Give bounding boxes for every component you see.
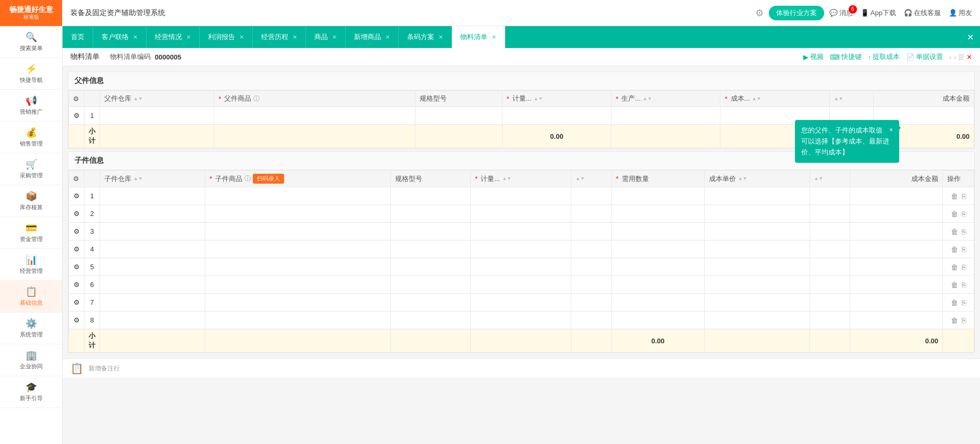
parent-prod-sort[interactable]: ▲▼ [643,97,652,100]
sidebar-item-system[interactable]: ⚙️系统管理 [0,313,62,344]
child-row8-goods[interactable] [205,311,390,329]
child-row2-cost-unit[interactable] [704,205,810,223]
tab-close-operations[interactable]: ✕ [186,34,191,41]
tooltip-close-btn[interactable]: × [889,125,893,135]
child-row4-goods[interactable] [205,241,390,258]
close-all-tabs-icon[interactable]: ✕ [961,32,980,42]
child-row6-qty[interactable] [611,276,704,294]
parent-goods-info-icon[interactable]: ⓘ [253,94,260,103]
settings-icon[interactable]: ⚙ [755,7,764,19]
child-row7-qty[interactable] [611,294,704,311]
child-row4-gear[interactable]: ⚙ [69,241,84,258]
nav-tab-profit[interactable]: 利润报告✕ [200,26,253,48]
child-row3-copy-icon[interactable]: ⎘ [962,227,966,236]
child-row5-qty[interactable] [611,258,704,276]
sidebar-item-shortcut[interactable]: ⚡快捷导航 [0,58,62,90]
scan-input-btn[interactable]: 扫码录入 [253,174,284,184]
child-row6-delete-icon[interactable]: 🗑 [951,281,958,289]
parent-unit-sort[interactable]: ▲▼ [534,97,543,100]
child-row1-delete-icon[interactable]: 🗑 [951,192,958,200]
child-row6-spec[interactable] [390,276,470,294]
child-row6-goods[interactable] [205,276,390,294]
child-row1-cost-unit[interactable] [704,187,810,205]
nav-tab-customer[interactable]: 客户联络✕ [93,26,146,48]
child-sort2-arrows[interactable]: ▲▼ [814,177,846,180]
child-goods-info-icon[interactable]: ⓘ [244,174,251,183]
sidebar-item-sales[interactable]: 💰销售管理 [0,122,62,153]
child-row2-warehouse[interactable] [100,205,205,223]
child-row5-copy-icon[interactable]: ⎘ [962,263,966,271]
child-row6-unit[interactable] [471,276,571,294]
child-row1-gear[interactable]: ⚙ [69,187,84,205]
child-row5-spec[interactable] [390,258,470,276]
child-row7-spec[interactable] [390,294,470,311]
child-row5-cost-unit[interactable] [704,258,810,276]
sidebar-item-guide[interactable]: 🎓新手引导 [0,376,62,408]
child-row2-unit[interactable] [471,205,571,223]
nav-prev-icon[interactable]: ‹ [949,53,951,61]
child-row5-goods[interactable] [205,258,390,276]
child-row6-copy-icon[interactable]: ⎘ [962,281,966,289]
nav-tab-home[interactable]: 首页 [63,26,93,48]
shortcut-btn[interactable]: ⌨ 快捷键 [830,52,862,62]
sidebar-item-corp[interactable]: 🏢企业协同 [0,344,62,376]
sidebar-item-finance[interactable]: 💳资金管理 [0,217,62,249]
extract-cost-btn[interactable]: ↑ 提取成本 [868,52,900,62]
child-row1-goods[interactable] [205,187,390,205]
video-btn[interactable]: ▶ 视频 [803,52,824,62]
single-settings-btn[interactable]: 📄 单据设置 [906,52,943,62]
child-row8-cost-unit[interactable] [704,311,810,329]
sidebar-item-marketing[interactable]: 📢营销推广 [0,90,62,122]
parent-row1-gear[interactable]: ⚙ [69,107,84,125]
child-unit-sort[interactable]: ▲▼ [502,177,511,180]
sidebar-item-search[interactable]: 🔍搜索菜单 [0,26,62,58]
child-warehouse-sort[interactable]: ▲▼ [133,177,143,180]
child-row7-copy-icon[interactable]: ⎘ [962,298,966,307]
child-row6-warehouse[interactable] [100,276,205,294]
child-row1-spec[interactable] [390,187,470,205]
child-row8-warehouse[interactable] [100,311,205,329]
child-row5-gear[interactable]: ⚙ [69,258,84,276]
parent-row1-warehouse[interactable] [100,107,214,125]
child-row5-unit[interactable] [471,258,571,276]
experience-btn[interactable]: 体验行业方案 [769,6,824,20]
tab-close-customer[interactable]: ✕ [133,34,138,41]
online-service-btn[interactable]: 🎧 在线客服 [904,8,941,18]
child-row7-delete-icon[interactable]: 🗑 [951,298,958,307]
parent-row1-production[interactable] [611,107,720,125]
child-row2-spec[interactable] [390,205,470,223]
child-row2-qty[interactable] [611,205,704,223]
nav-tab-history[interactable]: 经营历程✕ [253,26,306,48]
parent-row1-unit[interactable] [502,107,611,125]
nav-menu-icon[interactable]: ☰ [958,53,964,61]
child-row8-unit[interactable] [471,311,571,329]
child-row4-warehouse[interactable] [100,241,205,258]
add-note-label[interactable]: 新增备注行 [89,364,120,373]
child-row7-gear[interactable]: ⚙ [69,294,84,311]
parent-cost-sort[interactable]: ▲▼ [752,97,761,100]
child-row3-delete-icon[interactable]: 🗑 [951,227,958,236]
add-note-icon[interactable]: 📋 [70,362,83,375]
child-row6-gear[interactable]: ⚙ [69,276,84,294]
child-row1-copy-icon[interactable]: ⎘ [962,192,966,200]
nav-tab-operations[interactable]: 经营情况✕ [146,26,200,48]
child-row4-spec[interactable] [390,241,470,258]
child-row3-goods[interactable] [205,223,390,241]
nav-tab-barcode[interactable]: 条码方案✕ [399,26,452,48]
nav-next-icon[interactable]: › [954,53,956,61]
child-row3-cost-unit[interactable] [704,223,810,241]
child-row3-gear[interactable]: ⚙ [69,223,84,241]
message-btn[interactable]: 💬 消息 6 [829,8,853,18]
tab-close-history[interactable]: ✕ [292,34,297,41]
app-download-btn[interactable]: 📱 App下载 [861,8,896,18]
sidebar-item-purchase[interactable]: 🛒采购管理 [0,153,62,185]
child-row8-delete-icon[interactable]: 🗑 [951,316,958,325]
tab-close-bom[interactable]: ✕ [492,34,496,41]
child-row2-copy-icon[interactable]: ⎘ [962,210,966,218]
child-row4-unit[interactable] [471,241,571,258]
child-row4-cost-unit[interactable] [704,241,810,258]
child-row8-spec[interactable] [390,311,470,329]
tab-close-goods[interactable]: ✕ [332,34,337,41]
child-row8-qty[interactable] [611,311,704,329]
child-row3-spec[interactable] [390,223,470,241]
